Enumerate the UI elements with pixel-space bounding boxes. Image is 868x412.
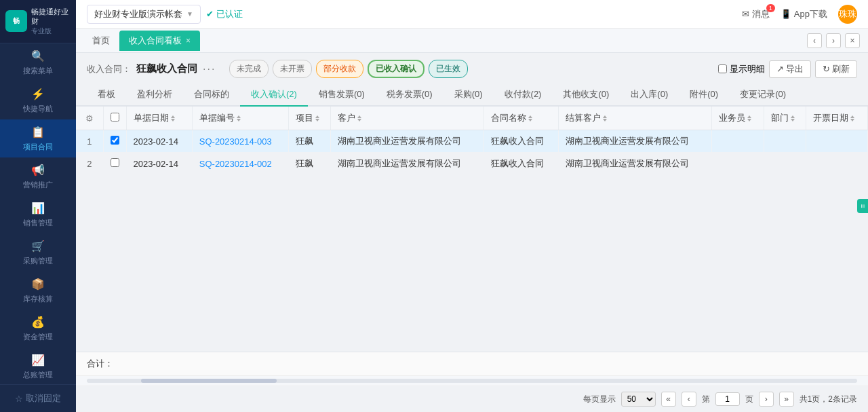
subtab-2[interactable]: 合同标的 <box>183 83 240 107</box>
sidebar-item-7[interactable]: 💰资金管理 <box>0 310 76 348</box>
tab-active[interactable]: 收入合同看板 × <box>119 31 200 51</box>
total-info: 共1页，2条记录 <box>800 394 857 405</box>
sort-icon-4[interactable] <box>315 115 319 121</box>
status-button-0[interactable]: 未完成 <box>229 60 269 78</box>
page-number-input[interactable] <box>715 392 740 406</box>
subtab-7[interactable]: 收付款(2) <box>494 83 553 107</box>
sort-icon-6[interactable] <box>528 115 532 121</box>
sort-icon-8[interactable] <box>747 115 751 121</box>
col-header-9[interactable]: 部门 <box>764 107 806 130</box>
col-header-2[interactable]: 单据日期 <box>126 107 192 130</box>
prev-page-button[interactable]: ‹ <box>682 392 696 407</box>
avatar[interactable]: 珠珠 <box>838 5 857 24</box>
first-page-button[interactable]: « <box>661 392 676 407</box>
refresh-button[interactable]: ↻ 刷新 <box>815 60 857 78</box>
message-action[interactable]: ✉ 1 消息 <box>742 8 770 20</box>
status-button-4[interactable]: 已生效 <box>429 60 468 78</box>
app-download-label: App下载 <box>794 8 827 20</box>
table-row-0[interactable]: 12023-02-14SQ-20230214-003狂飙湖南卫视商业运营发展有限… <box>76 130 868 153</box>
sort-icon-7[interactable] <box>603 115 607 121</box>
scrollbar-thumb[interactable] <box>141 379 277 383</box>
col-header-0: ⚙ <box>76 107 103 130</box>
table-head: ⚙单据日期单据编号项目客户合同名称结算客户业务员部门开票日期 <box>76 107 868 130</box>
row-docno-1[interactable]: SQ-20230214-002 <box>199 159 272 169</box>
status-buttons: 未完成未开票部分收款已收入确认已生效 <box>229 60 468 78</box>
show-detail-checkbox-label[interactable]: 显示明细 <box>718 63 765 75</box>
row-checkbox-1[interactable] <box>111 158 119 167</box>
sidebar-bottom: ☆ 取消固定 <box>0 384 76 412</box>
col-header-7[interactable]: 结算客户 <box>559 107 712 130</box>
horizontal-scrollbar[interactable] <box>76 375 868 386</box>
col-label-6: 合同名称 <box>491 112 526 124</box>
col-label-10: 开票日期 <box>813 112 848 124</box>
message-icon: ✉ <box>742 9 749 19</box>
sidebar-label-2: 项目合同 <box>23 142 53 152</box>
next-page-button[interactable]: › <box>759 392 774 407</box>
sort-icon-5[interactable] <box>357 115 361 121</box>
col-header-6[interactable]: 合同名称 <box>484 107 559 130</box>
sidebar-item-3[interactable]: 📢营销推广 <box>0 157 76 195</box>
sort-icon-10[interactable] <box>850 115 854 121</box>
sidebar-icon-4: 📊 <box>31 201 45 216</box>
tab-home[interactable]: 首页 <box>84 31 118 51</box>
tabbar: 首页 收入合同看板 × ‹ › × <box>76 29 868 53</box>
row-num-0: 1 <box>87 136 92 147</box>
status-button-2[interactable]: 部分收款 <box>316 60 363 78</box>
table-row-1[interactable]: 22023-02-14SQ-20230214-002狂飙湖南卫视商业运营发展有限… <box>76 153 868 175</box>
app-download-action[interactable]: 📱 App下载 <box>781 8 827 20</box>
last-page-button[interactable]: » <box>779 392 794 407</box>
col-header-5[interactable]: 客户 <box>331 107 484 130</box>
sidebar-item-8[interactable]: 📈总账管理 <box>0 348 76 384</box>
tab-close-icon[interactable]: × <box>186 36 191 45</box>
sort-icon-2[interactable] <box>171 115 175 121</box>
sidebar-item-5[interactable]: 🛒采购管理 <box>0 233 76 271</box>
sort-icon-3[interactable] <box>237 115 241 121</box>
sidebar-item-0[interactable]: 🔍搜索菜单 <box>0 43 76 81</box>
page-suffix-label: 页 <box>745 394 753 405</box>
tab-close-button[interactable]: × <box>845 33 860 48</box>
sidebar-item-2[interactable]: 📋项目合同 <box>0 119 76 157</box>
select-all-checkbox[interactable] <box>111 113 119 121</box>
main-area: 好业财专业版演示帐套 ▼ ✔ 已认证 ✉ 1 消息 📱 App下载 珠珠 <box>76 0 868 412</box>
page-header-right: 显示明细 ↗ 导出 ↻ 刷新 <box>718 60 857 78</box>
subtab-4[interactable]: 销售发票(0) <box>308 83 376 107</box>
logo-text: 畅捷通好业财 <box>31 7 71 26</box>
subtab-9[interactable]: 出入库(0) <box>620 83 679 107</box>
right-edge-panel-button[interactable]: ≡ <box>857 199 868 214</box>
status-button-1[interactable]: 未开票 <box>273 60 312 78</box>
sidebar-unpin[interactable]: ☆ 取消固定 <box>9 390 66 407</box>
row-settle-0: 湖南卫视商业运营发展有限公司 <box>566 136 689 146</box>
col-header-10[interactable]: 开票日期 <box>806 107 867 130</box>
sidebar-icon-6: 📦 <box>31 277 45 292</box>
subtab-8[interactable]: 其他收支(0) <box>552 83 620 107</box>
subtab-11[interactable]: 变更记录(0) <box>729 83 797 107</box>
subtab-6[interactable]: 采购(0) <box>443 83 494 107</box>
per-page-select[interactable]: 50 100 <box>621 392 656 407</box>
settings-icon[interactable]: ⚙ <box>85 113 94 124</box>
col-header-3[interactable]: 单据编号 <box>192 107 288 130</box>
sidebar-item-6[interactable]: 📦库存核算 <box>0 271 76 310</box>
status-button-3[interactable]: 已收入确认 <box>368 60 425 78</box>
company-selector[interactable]: 好业财专业版演示帐套 ▼ <box>87 5 201 24</box>
row-checkbox-0[interactable] <box>111 136 119 145</box>
sidebar-item-4[interactable]: 📊销售管理 <box>0 195 76 233</box>
row-settle-1: 湖南卫视商业运营发展有限公司 <box>566 158 689 168</box>
subtab-0[interactable]: 看板 <box>87 83 126 107</box>
subtab-3[interactable]: 收入确认(2) <box>240 83 308 107</box>
sidebar-item-1[interactable]: ⚡快捷导航 <box>0 81 76 119</box>
col-header-8[interactable]: 业务员 <box>711 107 764 130</box>
sort-icon-9[interactable] <box>791 115 795 121</box>
more-options-icon[interactable]: ··· <box>203 63 216 75</box>
subtab-5[interactable]: 税务发票(0) <box>376 83 443 107</box>
tab-prev-button[interactable]: ‹ <box>807 33 822 48</box>
row-docno-0[interactable]: SQ-20230214-003 <box>199 136 272 147</box>
tab-next-button[interactable]: › <box>826 33 841 48</box>
col-header-4[interactable]: 项目 <box>289 107 331 130</box>
tab-active-label: 收入合同看板 <box>129 35 182 47</box>
table-area[interactable]: ⚙单据日期单据编号项目客户合同名称结算客户业务员部门开票日期 12023-02-… <box>76 107 868 352</box>
subtab-10[interactable]: 附件(0) <box>679 83 729 107</box>
subtab-1[interactable]: 盈利分析 <box>126 83 183 107</box>
export-button[interactable]: ↗ 导出 <box>769 60 811 78</box>
col-label-7: 结算客户 <box>566 112 601 124</box>
show-detail-checkbox[interactable] <box>718 64 727 73</box>
